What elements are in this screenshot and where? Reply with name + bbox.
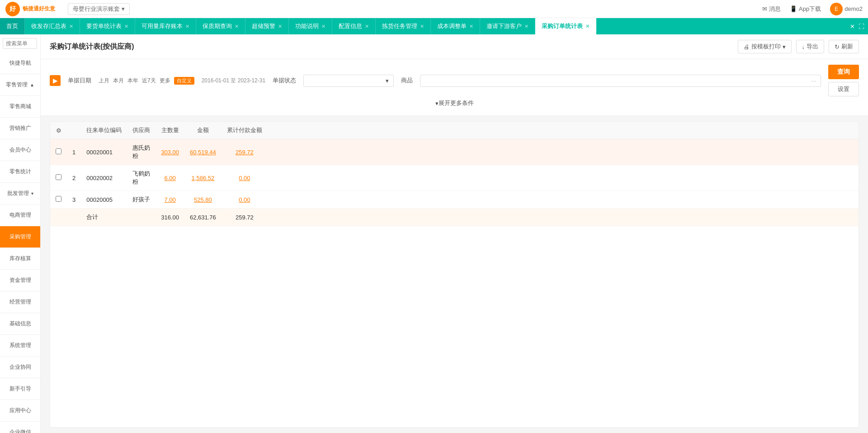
sidebar-item-quick-nav[interactable]: 快捷导航 (0, 52, 40, 74)
sidebar-item-xinshou-yindao[interactable]: 新手引导 (0, 378, 40, 400)
row-checkbox-cell[interactable] (50, 165, 67, 191)
custom-date-tag[interactable]: 自定义 (174, 77, 194, 85)
row-quantity-cell[interactable]: 6.00 (156, 165, 184, 191)
refresh-button[interactable]: ↻ 刷新 (829, 40, 859, 53)
row-paid-amount-cell[interactable]: 0.00 (222, 191, 268, 209)
date-shortcut-7days[interactable]: 近7天 (142, 77, 156, 85)
tab-baozhi-close[interactable]: ✕ (235, 24, 239, 29)
expand-more-label: 展开更多条件 (439, 99, 474, 107)
date-range-display: 2016-01-01 至 2023-12-31 (202, 77, 265, 85)
expand-more-button[interactable]: ▾ 展开更多条件 (50, 96, 859, 110)
export-icon: ↓ (802, 43, 805, 50)
sidebar-item-zijin-guanli[interactable]: 资金管理 (0, 270, 40, 291)
app-icon: 📱 (790, 5, 797, 12)
row-checkbox[interactable] (56, 148, 61, 154)
nav-close-icon[interactable]: ✕ (850, 23, 855, 30)
sidebar-item-jichu-xinxi[interactable]: 基础信息 (0, 313, 40, 335)
tab-paihuoRenwu-close[interactable]: ✕ (420, 24, 424, 29)
tab-yaohuoDan[interactable]: 要货单统计表 ✕ (80, 18, 135, 34)
th-settings[interactable]: ⚙ (50, 122, 67, 139)
tab-shoufaHuizong-close[interactable]: ✕ (69, 24, 73, 29)
sidebar-item-huiyuan-zhongxin[interactable]: 会员中心 (0, 139, 40, 161)
sidebar-item-lingshao-guanli[interactable]: 零售管理 ▲ (0, 74, 40, 96)
row-checkbox[interactable] (56, 196, 61, 202)
row-amount-cell[interactable]: 525.80 (184, 191, 222, 209)
tab-chengbenTiaozheng[interactable]: 成本调整单 ✕ (431, 18, 480, 34)
user-area[interactable]: E demo2 (830, 3, 863, 15)
sidebar-item-lingshao-shangcheng[interactable]: 零售商城 (0, 96, 40, 118)
sidebar-item-qiye-xietong[interactable]: 企业协同 (0, 357, 40, 378)
tab-peizhi[interactable]: 配置信息 ✕ (332, 18, 376, 34)
tab-baozhi[interactable]: 保质期查询 ✕ (196, 18, 245, 34)
quantity-link[interactable]: 6.00 (164, 175, 175, 181)
paid-amount-link[interactable]: 0.00 (239, 175, 250, 181)
row-checkbox[interactable] (56, 174, 61, 180)
sidebar-item-yingyong-zhongxin[interactable]: 应用中心 (0, 400, 40, 422)
sidebar-item-jingying-guanli[interactable]: 经营管理 (0, 291, 40, 313)
search-input[interactable] (3, 38, 37, 49)
sidebar-item-dianshang-guanli[interactable]: 电商管理 (0, 205, 40, 226)
amount-link[interactable]: 525.80 (194, 196, 212, 203)
tab-yaoqingXiayou-close[interactable]: ✕ (524, 24, 528, 29)
row-quantity-cell[interactable]: 303.00 (156, 139, 184, 165)
row-paid-amount-cell[interactable]: 0.00 (222, 165, 268, 191)
sidebar-item-qiye-weixin[interactable]: 企业微信 (0, 422, 40, 433)
message-button[interactable]: ✉ 消息 (762, 5, 781, 13)
row-checkbox-cell[interactable] (50, 191, 67, 209)
row-amount-cell[interactable]: 60,519.44 (184, 139, 222, 165)
filter-toggle-button[interactable]: ▶ (50, 75, 61, 86)
settings-icon[interactable]: ⚙ (56, 127, 61, 134)
ellipsis-icon[interactable]: ··· (811, 77, 816, 84)
settings-button[interactable]: 设置 (828, 82, 859, 96)
date-shortcut-last-month[interactable]: 上月 (99, 77, 109, 85)
tab-keyongLiangku-close[interactable]: ✕ (185, 24, 189, 29)
sidebar-jichu-xinxi-label: 基础信息 (9, 320, 31, 328)
date-shortcut-this-year[interactable]: 本年 (127, 77, 138, 85)
row-quantity-cell[interactable]: 7.00 (156, 191, 184, 209)
date-shortcut-this-month[interactable]: 本月 (113, 77, 124, 85)
tab-chaochuyujing[interactable]: 超储预警 ✕ (245, 18, 289, 34)
nav-expand-icon[interactable]: ⛶ (859, 23, 864, 30)
tab-gongnengShuoming[interactable]: 功能说明 ✕ (289, 18, 332, 34)
amount-link[interactable]: 60,519.44 (190, 149, 216, 156)
app-download-button[interactable]: 📱 App下载 (790, 5, 821, 13)
tab-gongnengShuoming-close[interactable]: ✕ (321, 24, 326, 29)
tab-chaochuyujing-close[interactable]: ✕ (278, 24, 282, 29)
row-paid-amount-cell[interactable]: 259.72 (222, 139, 268, 165)
sidebar-item-caigou-guanli[interactable]: 采购管理 (0, 226, 40, 248)
sidebar-lingshao-tongji-label: 零售统计 (9, 168, 31, 176)
query-button[interactable]: 查询 (828, 65, 859, 79)
tab-yaohuoDan-close[interactable]: ✕ (124, 24, 128, 29)
industry-selector[interactable]: 母婴行业演示账套 ▾ (68, 3, 130, 15)
template-print-button[interactable]: 🖨 按模板打印 ▾ (738, 40, 792, 53)
sidebar-qiye-weixin-label: 企业微信 (9, 428, 31, 433)
status-select[interactable]: ▾ (303, 75, 394, 87)
row-supplier-cell: 飞鹤奶粉 (127, 165, 156, 191)
export-button[interactable]: ↓ 导出 (796, 40, 825, 53)
tab-shoufaHuizong[interactable]: 收发存汇总表 ✕ (25, 18, 80, 34)
tab-keyongLiangku[interactable]: 可用量库存账本 ✕ (135, 18, 196, 34)
sidebar-item-yingxiao-tuiguang[interactable]: 营销推广 (0, 118, 40, 139)
paid-amount-link[interactable]: 259.72 (236, 149, 254, 156)
content: 采购订单统计表(按供应商) 🖨 按模板打印 ▾ ↓ 导出 ↻ 刷新 (41, 34, 868, 433)
tab-paihuoRenwu[interactable]: 拣货任务管理 ✕ (376, 18, 431, 34)
paid-amount-link[interactable]: 0.00 (239, 196, 250, 203)
quantity-link[interactable]: 303.00 (161, 149, 179, 156)
tab-caigouTongji-close[interactable]: ✕ (585, 24, 590, 29)
quantity-link[interactable]: 7.00 (164, 196, 175, 203)
sidebar-item-pifa-guanli[interactable]: 批发管理 ▾ (0, 183, 40, 205)
tab-home[interactable]: 首页 (0, 18, 25, 34)
tab-caigouTongji[interactable]: 采购订单统计表 ✕ (535, 18, 596, 34)
row-checkbox-cell[interactable] (50, 139, 67, 165)
amount-link[interactable]: 1,586.52 (192, 175, 215, 181)
tab-chengbenTiaozheng-close[interactable]: ✕ (469, 24, 473, 29)
date-shortcut-more[interactable]: 更多 (160, 77, 170, 85)
tab-yaoqingXiayou[interactable]: 邀请下游客户 ✕ (480, 18, 535, 34)
goods-input[interactable]: ··· (420, 75, 821, 87)
template-print-label: 按模板打印 (751, 43, 781, 51)
sidebar-item-lingshao-tongji[interactable]: 零售统计 (0, 161, 40, 183)
sidebar-item-kucun-hehe[interactable]: 库存核算 (0, 248, 40, 270)
row-amount-cell[interactable]: 1,586.52 (184, 165, 222, 191)
tab-peizhi-close[interactable]: ✕ (365, 24, 369, 29)
sidebar-item-xitong-guanli[interactable]: 系统管理 (0, 335, 40, 357)
